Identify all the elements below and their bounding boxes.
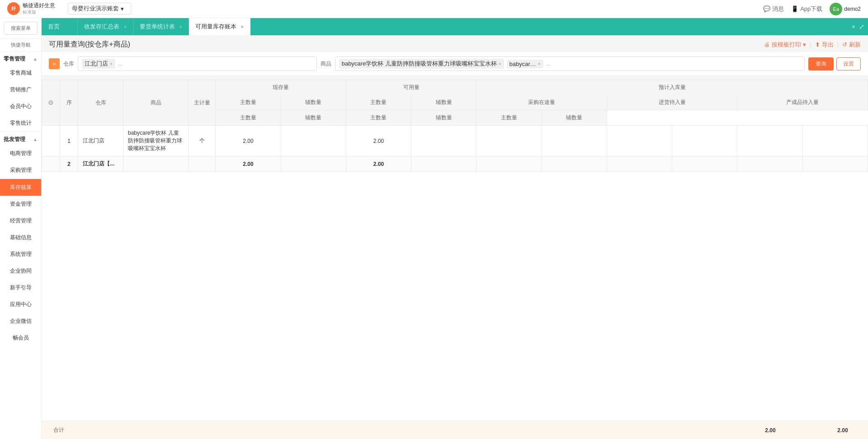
store-selector[interactable]: 母婴行业演示账套 ▾ — [68, 3, 131, 14]
sidebar-item-retail-stats[interactable]: 零售统计 — [0, 115, 41, 132]
sidebar-item-basic[interactable]: 基础信息 — [0, 229, 41, 246]
cell-warehouse-1: 江北门店【... — [78, 156, 123, 172]
brand-logo: 好 畅捷通好生意 标准版 — [7, 2, 55, 15]
header-left: 好 畅捷通好生意 标准版 母婴行业演示账套 ▾ — [7, 2, 131, 15]
sidebar-item-newbie[interactable]: 新手引导 — [0, 279, 41, 296]
table-row: 1 江北门店 babycare学饮杯 儿童防摔防撞吸管杯重力球吸嘴杯宝宝水杯 个… — [42, 126, 868, 156]
tab-receive-summary[interactable]: 收发存汇总表 × — [78, 18, 133, 35]
cell-finished-main-1 — [737, 156, 802, 172]
product-tag-2-value: babycar… — [509, 61, 536, 67]
query-button[interactable]: 查询 — [808, 57, 834, 71]
cell-product-1 — [123, 156, 189, 172]
brand-sub: 标准版 — [23, 9, 55, 15]
sidebar-item-finance[interactable]: 资金管理 — [0, 196, 41, 212]
export-button[interactable]: ⬆ 导出 — [815, 41, 834, 49]
table-container[interactable]: ⚙ 序 仓库 商品 主计量 现存量 可用量 预计入库量 主数量 辅 — [42, 80, 868, 439]
brand-icon: 好 — [7, 2, 20, 15]
filter-bar: » 仓库 江北门店 × ... 商品 babycare学饮杯 儿童防摔防撞吸管杯… — [42, 52, 868, 76]
sidebar-quick-nav[interactable]: 快捷导航 — [0, 39, 41, 52]
cell-purchase-aux-1 — [542, 156, 607, 172]
search-menu-button[interactable]: 搜索菜单 — [4, 22, 38, 35]
settings-button[interactable]: 设置 — [836, 57, 861, 71]
table-header-row-1: ⚙ 序 仓库 商品 主计量 现存量 可用量 预计入库量 — [42, 80, 868, 95]
th-expected-in: 预计入库量 — [476, 80, 868, 95]
th-goods-main: 主数量 — [346, 110, 411, 126]
sidebar-item-app-center[interactable]: 应用中心 — [0, 296, 41, 313]
warehouse-more[interactable]: ... — [118, 61, 123, 67]
warehouse-filter-area[interactable]: 江北门店 × ... — [78, 57, 317, 71]
sidebar-item-marketing[interactable]: 营销推广 — [0, 81, 41, 98]
th-purchase-main: 主数量 — [216, 110, 281, 126]
sidebar-search-section: 搜索菜单 — [0, 18, 41, 39]
sidebar-section-retail-header[interactable]: 零售管理 ▲ — [0, 52, 41, 65]
product-filter-area[interactable]: babycare学饮杯 儿童防摔防撞吸管杯重力球吸嘴杯宝宝水杯 × babyca… — [335, 57, 805, 71]
th-available: 可用量 — [346, 80, 476, 95]
product-more[interactable]: ... — [546, 61, 551, 67]
cell-purchase-main-0 — [476, 126, 542, 156]
cell-product-0: babycare学饮杯 儿童防摔防撞吸管杯重力球吸嘴杯宝宝水杯 — [123, 126, 189, 156]
filter-expand-button[interactable]: » — [49, 58, 60, 69]
cell-goods-aux-0 — [672, 126, 737, 156]
tab-receive-summary-close[interactable]: × — [124, 24, 127, 29]
gear-icon[interactable]: ⚙ — [48, 99, 54, 106]
refresh-button[interactable]: ↺ 刷新 — [842, 41, 861, 49]
user-area[interactable]: Ea demo2 — [830, 3, 861, 15]
store-name: 母婴行业演示账套 — [72, 5, 119, 13]
cell-no-1: 2 — [60, 156, 78, 172]
sidebar-item-vip[interactable]: 畅会员 — [0, 330, 41, 346]
filter-actions: 查询 设置 — [808, 57, 861, 71]
avatar: Ea — [830, 3, 842, 15]
tab-expand-icon[interactable]: ⤢ — [859, 23, 864, 30]
cell-available-aux-1 — [411, 156, 476, 172]
brand-text: 畅捷通好生意 标准版 — [23, 2, 55, 15]
sidebar-item-member[interactable]: 会员中心 — [0, 98, 41, 115]
refresh-icon: ↺ — [842, 41, 847, 48]
cell-finished-aux-1 — [802, 156, 868, 172]
app-download-label: App下载 — [800, 5, 822, 13]
tab-order-stats[interactable]: 要货单统计表 × — [133, 18, 189, 35]
message-label: 消息 — [772, 5, 784, 13]
sidebar-section-wholesale: 批发管理 ▲ 电商管理 采购管理 — [0, 132, 41, 179]
cell-available-main-0: 2.00 — [346, 126, 411, 156]
product-tag-1: babycare学饮杯 儿童防摔防撞吸管杯重力球吸嘴杯宝宝水杯 × — [339, 59, 504, 69]
print-template-label: 按模板打印 — [772, 41, 801, 49]
message-icon: 💬 — [763, 5, 770, 12]
tab-close-all-icon[interactable]: × — [852, 23, 855, 30]
cell-finished-main-0 — [737, 126, 802, 156]
warehouse-tag-close[interactable]: × — [110, 61, 113, 66]
sidebar-item-wechat[interactable]: 企业微信 — [0, 313, 41, 330]
sidebar-section-wholesale-header[interactable]: 批发管理 ▲ — [0, 132, 41, 145]
cell-purchase-main-1 — [476, 156, 542, 172]
tab-available-stock[interactable]: 可用量库存账本 × — [189, 18, 250, 35]
tab-order-stats-close[interactable]: × — [179, 24, 182, 29]
tab-available-stock-close[interactable]: × — [241, 24, 244, 29]
sidebar-item-operation[interactable]: 经营管理 — [0, 212, 41, 229]
th-finished-pending: 产成品待入量 — [737, 95, 868, 110]
sidebar-item-system[interactable]: 系统管理 — [0, 246, 41, 263]
cell-available-aux-0 — [411, 126, 476, 156]
tab-bar: 首页 收发存汇总表 × 要货单统计表 × 可用量库存账本 × × ⤢ — [42, 18, 868, 35]
cell-no-0: 1 — [60, 126, 78, 156]
print-template-button[interactable]: 🖨 按模板打印 ▾ — [764, 41, 806, 49]
th-settings: ⚙ — [42, 80, 60, 126]
product-tag-2-close[interactable]: × — [538, 61, 541, 66]
tab-home[interactable]: 首页 — [42, 18, 78, 35]
footer-current-main: 2.00 — [752, 427, 788, 434]
sidebar-item-purchase[interactable]: 采购管理 — [0, 162, 41, 179]
product-tag-1-close[interactable]: × — [499, 61, 501, 66]
sidebar-item-enterprise[interactable]: 企业协同 — [0, 263, 41, 279]
export-icon: ⬆ — [815, 41, 820, 48]
top-header: 好 畅捷通好生意 标准版 母婴行业演示账套 ▾ 💬 消息 📱 App下载 Ea … — [0, 0, 868, 18]
tab-receive-summary-label: 收发存汇总表 — [84, 23, 119, 31]
sidebar-item-inventory[interactable]: 库存核算 — [0, 179, 41, 196]
th-finished-aux: 辅数量 — [542, 110, 607, 126]
footer-label: 合计 — [49, 426, 69, 434]
th-available-aux: 辅数量 — [411, 95, 476, 110]
sidebar-item-retail-store[interactable]: 零售商城 — [0, 65, 41, 81]
cell-current-aux-0 — [281, 126, 346, 156]
app-download-button[interactable]: 📱 App下载 — [791, 5, 822, 13]
content-area: 首页 收发存汇总表 × 要货单统计表 × 可用量库存账本 × × ⤢ — [42, 18, 868, 439]
message-button[interactable]: 💬 消息 — [763, 5, 784, 13]
sidebar-item-ecommerce[interactable]: 电商管理 — [0, 145, 41, 162]
th-available-main: 主数量 — [346, 95, 411, 110]
